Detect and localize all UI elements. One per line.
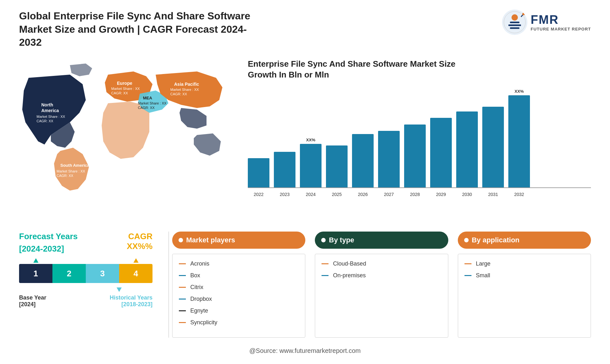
item-label: Egnyte [190,307,208,314]
svg-text:CAGR: XX: CAGR: XX [138,106,155,110]
item-label: Small [476,272,490,279]
bar [326,145,348,187]
list-item: Cloud-Based [322,260,441,267]
chart-title: Enterprise File Sync And Share Software … [248,59,470,80]
list-item: Dropbox [179,296,299,302]
dash-icon [179,322,186,323]
category-by-application: By application Large Small [458,232,591,338]
bar [274,152,295,187]
by-type-label: By type [329,236,354,244]
arrow-up-cagr [133,258,139,263]
historical-group: Historical Years [2018-2023] [110,294,152,308]
year-labels: 2022202320242025202620272028202920302031… [248,190,591,197]
bar [248,158,269,187]
year-label: 2022 [248,192,269,197]
header: Global Enterprise File Sync And Share So… [19,10,591,49]
base-year-value: [2024] [19,301,46,308]
forecast-section: Forecast Years [2024-2032] CAGR XX%% [19,232,165,308]
logo-area: FMR FUTURE MARKET REPORT [502,10,591,35]
timeline-bar: 1 2 3 4 [19,264,152,283]
dash-icon [322,275,329,276]
bar-chart: XX%XX% [248,86,591,188]
svg-text:MEA: MEA [143,96,152,100]
bar [508,95,530,187]
item-label: Box [190,272,200,279]
dash-icon [179,310,186,311]
year-label: 2023 [274,192,295,197]
year-label: 2027 [378,192,400,197]
bar-group [274,145,295,187]
year-label: 2032 [508,192,530,197]
bar-group: XX% [300,138,322,187]
bar-group [352,128,374,187]
by-application-header: By application [458,232,591,249]
bar-group [248,152,269,187]
svg-point-1 [512,14,518,21]
item-label: Large [476,260,491,267]
bottom-row: Forecast Years [2024-2032] CAGR XX%% [19,232,591,338]
market-players-header: Market players [172,232,305,249]
by-application-box: Large Small [458,254,591,338]
svg-text:Market Share : XX: Market Share : XX [37,115,65,118]
list-item: On-premises [322,272,441,279]
arrow-up-forecast [33,258,38,263]
year-label: 2029 [430,192,452,197]
svg-text:CAGR: XX: CAGR: XX [57,174,73,178]
bar [456,111,478,187]
year-label: 2025 [326,192,348,197]
svg-rect-3 [508,24,521,26]
item-label: Cloud-Based [333,260,366,267]
dash-icon [179,287,186,288]
svg-text:America: America [41,108,59,113]
svg-text:Market Share : XX: Market Share : XX [57,169,85,173]
item-label: Acronis [190,260,209,267]
year-label: 2030 [456,192,478,197]
bar-group [482,100,504,187]
item-label: Dropbox [190,296,212,302]
year-label: 2026 [352,192,374,197]
by-application-dot [464,238,469,242]
category-market-players: Market players Acronis Box Citrix [172,232,305,338]
svg-text:CAGR: XX: CAGR: XX [170,92,187,96]
dash-icon [179,275,186,276]
list-item: Acronis [179,260,299,267]
svg-text:Europe: Europe [117,81,132,86]
svg-point-6 [522,13,525,15]
cagr-group: CAGR XX%% [127,232,152,256]
separator [168,232,169,338]
svg-text:Market Share : XX: Market Share : XX [111,87,140,91]
list-item: Large [464,260,584,267]
bar-group [430,111,452,187]
page-wrapper: Global Enterprise File Sync And Share So… [0,0,610,364]
historical-value: [2018-2023] [110,301,152,308]
page-title: Global Enterprise File Sync And Share So… [19,10,267,49]
dash-icon [464,263,471,264]
svg-text:CAGR: XX: CAGR: XX [111,91,128,95]
svg-text:Market Share : XX: Market Share : XX [138,101,167,105]
seg-1: 1 [19,264,52,283]
dash-icon [322,263,329,264]
category-by-type: By type Cloud-Based On-premises [315,232,448,338]
down-arrows [19,287,152,292]
logo-subtitle: FUTURE MARKET REPORT [531,27,591,31]
list-item: Syncplicity [179,319,299,326]
market-players-box: Acronis Box Citrix Dropbox [172,254,305,338]
categories-section: Market players Acronis Box Citrix [172,232,591,338]
bar [378,131,400,187]
logo-text: FMR FUTURE MARKET REPORT [531,13,591,31]
market-players-label: Market players [186,236,235,244]
bar [352,134,374,187]
source-footer: @Source: www.futuremarketreport.com [19,347,591,354]
by-type-header: By type [315,232,448,249]
market-players-dot [179,238,183,242]
forecast-top-labels: Forecast Years [2024-2032] CAGR XX%% [19,232,152,256]
svg-text:CAGR: XX: CAGR: XX [37,119,53,123]
bar-group [326,139,348,187]
world-map: North America Market Share : XX CAGR: XX… [19,59,235,192]
top-row: North America Market Share : XX CAGR: XX… [19,59,591,219]
year-label: 2031 [482,192,504,197]
seg-4: 4 [119,264,152,283]
svg-text:Market Share : XX: Market Share : XX [170,88,199,91]
base-year-label: Base Year [19,294,46,301]
forecast-years-group: Forecast Years [2024-2032] [19,232,78,256]
